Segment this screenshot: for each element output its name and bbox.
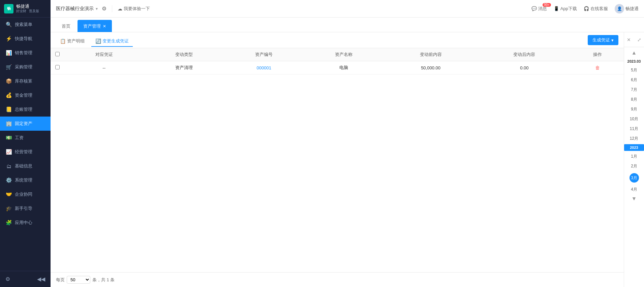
sidebar-item-工资[interactable]: 💵 工资 bbox=[0, 131, 51, 145]
month-item[interactable]: 4月 bbox=[624, 185, 644, 194]
col-操作: 操作 bbox=[571, 48, 624, 61]
company-settings-icon[interactable]: ⚙ bbox=[102, 5, 106, 12]
tab-资产管理[interactable]: 资产管理✕ bbox=[78, 20, 112, 32]
message-btn[interactable]: 💬 消息 99+ bbox=[531, 6, 547, 12]
generate-voucher-button[interactable]: 生成凭证 ▾ bbox=[588, 35, 618, 45]
nav-icon: 🔍 bbox=[5, 22, 12, 28]
generate-btn-area: 生成凭证 ▾ bbox=[588, 35, 618, 48]
select-all-checkbox[interactable] bbox=[55, 52, 60, 56]
col-资产名称: 资产名称 bbox=[304, 48, 384, 61]
month-item[interactable]: 9月 bbox=[624, 104, 644, 114]
row-checkbox[interactable] bbox=[55, 65, 60, 69]
month-item[interactable]: 7月 bbox=[624, 85, 644, 95]
sidebar-item-固定资产[interactable]: 🏢 固定资产 bbox=[0, 117, 51, 131]
sidebar-item-搜索菜单[interactable]: 🔍 搜索菜单 bbox=[0, 18, 51, 32]
month-item[interactable]: 10月 bbox=[624, 114, 644, 124]
sidebar-item-系统管理[interactable]: ⚙️ 系统管理 bbox=[0, 173, 51, 187]
month-item[interactable]: 5月 bbox=[624, 65, 644, 75]
message-badge: 99+ bbox=[543, 3, 551, 7]
nav-icon: 🤝 bbox=[5, 191, 12, 197]
sidebar-item-总账管理[interactable]: 📒 总账管理 bbox=[0, 102, 51, 117]
nav-icon: ⚡ bbox=[5, 36, 12, 42]
nav-icon: 📦 bbox=[5, 78, 12, 84]
month-item[interactable]: 11月 bbox=[624, 124, 644, 134]
sub-tab-资产明细[interactable]: 📋 资产明细 bbox=[56, 36, 89, 47]
month-item[interactable]: 1月 bbox=[624, 152, 644, 161]
nav-icon: 🗂 bbox=[5, 163, 12, 169]
month-item[interactable]: 8月 bbox=[624, 95, 644, 104]
logo-icon: 畅 bbox=[4, 4, 13, 13]
date-header[interactable]: 2023.03 bbox=[624, 57, 644, 65]
sub-tab-变更生成凭证[interactable]: 🔄 变更生成凭证 bbox=[91, 36, 133, 47]
table-header-row: 对应凭证变动类型资产编号资产名称变动前内容变动后内容操作 bbox=[51, 48, 624, 61]
change-type-cell: 资产清理 bbox=[144, 61, 224, 74]
company-name: 医疗器械行业演示 bbox=[56, 6, 94, 12]
select-all-cell bbox=[51, 48, 64, 61]
main-area: 医疗器械行业演示 ▾ ⚙ ☁ 我要体验一下 💬 消息 99+ 📱 App下载 🎧… bbox=[51, 0, 644, 287]
nav-label: 快捷导航 bbox=[15, 36, 32, 42]
experience-btn[interactable]: ☁ 我要体验一下 bbox=[118, 6, 150, 12]
sidebar-item-新手引导[interactable]: 🎓 新手引导 bbox=[0, 201, 51, 216]
topbar-right: 💬 消息 99+ 📱 App下载 🎧 在线客服 👤 畅捷通 bbox=[531, 4, 639, 13]
sidebar-item-资金管理[interactable]: 💰 资金管理 bbox=[0, 88, 51, 102]
message-icon: 💬 bbox=[531, 6, 537, 11]
timeline-down-arrow[interactable]: ▼ bbox=[630, 194, 638, 203]
sub-tabs: 📋 资产明细 🔄 变更生成凭证 生成凭证 ▾ bbox=[51, 32, 624, 48]
sidebar-item-销售管理[interactable]: 📊 销售管理 bbox=[0, 46, 51, 60]
user-menu[interactable]: 👤 畅捷通 bbox=[615, 4, 639, 13]
month-item[interactable]: 12月 bbox=[624, 134, 644, 144]
tab-首页[interactable]: 首页 bbox=[56, 20, 76, 32]
sub-tab-icon: 📋 bbox=[60, 38, 66, 44]
sidebar-item-库存核算[interactable]: 📦 库存核算 bbox=[0, 74, 51, 88]
sidebar-item-采购管理[interactable]: 🛒 采购管理 bbox=[0, 60, 51, 74]
sidebar-bottom: ⚙ ◀◀ bbox=[0, 271, 51, 287]
sidebar-item-快捷导航[interactable]: ⚡ 快捷导航 bbox=[0, 32, 51, 46]
nav-label: 系统管理 bbox=[15, 177, 32, 183]
col-变动后内容: 变动后内容 bbox=[478, 48, 571, 61]
online-service-btn[interactable]: 🎧 在线客服 bbox=[584, 6, 608, 12]
nav-label: 应用中心 bbox=[15, 220, 32, 226]
nav-icon: 💰 bbox=[5, 92, 12, 98]
month-item[interactable]: 2月 bbox=[624, 161, 644, 171]
timeline-up-arrow[interactable]: ▲ bbox=[630, 49, 638, 57]
row-checkbox-cell bbox=[51, 61, 64, 74]
nav-label: 企业协同 bbox=[15, 191, 32, 197]
month-item[interactable]: 6月 bbox=[624, 75, 644, 85]
active-month-item[interactable]: 3月 bbox=[624, 171, 644, 185]
nav-label: 总账管理 bbox=[15, 106, 32, 113]
logo-text: 畅捷通 好业财 普及版 bbox=[16, 4, 39, 14]
tab-close-icon[interactable]: ✕ bbox=[103, 24, 106, 29]
app-download-icon: 📱 bbox=[554, 6, 559, 11]
tabs-bar: 首页资产管理✕ bbox=[51, 18, 644, 32]
sub-tab-label: 变更生成凭证 bbox=[102, 38, 129, 44]
panel-close-icon[interactable]: ✕ bbox=[627, 37, 631, 42]
col-变动前内容: 变动前内容 bbox=[384, 48, 478, 61]
sidebar-item-应用中心[interactable]: 🧩 应用中心 bbox=[0, 216, 51, 230]
per-page-select[interactable]: 102050100 bbox=[67, 276, 90, 284]
settings-icon[interactable]: ⚙ bbox=[5, 276, 10, 282]
dropdown-arrow-icon: ▾ bbox=[96, 6, 98, 11]
page-content: 📋 资产明细 🔄 变更生成凭证 生成凭证 ▾ bbox=[51, 32, 644, 287]
panel-expand-icon[interactable]: ⤢ bbox=[637, 37, 641, 42]
app-download-btn[interactable]: 📱 App下载 bbox=[554, 6, 577, 12]
sidebar-item-企业协同[interactable]: 🤝 企业协同 bbox=[0, 187, 51, 201]
sidebar-item-基础信息[interactable]: 🗂 基础信息 bbox=[0, 159, 51, 173]
topbar: 医疗器械行业演示 ▾ ⚙ ☁ 我要体验一下 💬 消息 99+ 📱 App下载 🎧… bbox=[51, 0, 644, 18]
year-marker[interactable]: 2023 bbox=[624, 144, 644, 151]
nav-icon: 📈 bbox=[5, 149, 12, 155]
voucher-cell: -- bbox=[64, 61, 144, 74]
col-对应凭证: 对应凭证 bbox=[64, 48, 144, 61]
nav-label: 经营管理 bbox=[15, 149, 32, 155]
delete-icon[interactable]: 🗑 bbox=[595, 65, 600, 70]
action-cell: 🗑 bbox=[571, 61, 624, 74]
collapse-icon[interactable]: ◀◀ bbox=[37, 276, 45, 282]
company-selector[interactable]: 医疗器械行业演示 ▾ bbox=[56, 6, 98, 12]
total-info: 条，共 1 条 bbox=[92, 277, 115, 283]
sub-tab-icon: 🔄 bbox=[95, 38, 101, 44]
sidebar-item-经营管理[interactable]: 📈 经营管理 bbox=[0, 145, 51, 159]
nav-label: 资金管理 bbox=[15, 92, 32, 98]
nav-label: 固定资产 bbox=[15, 121, 32, 127]
asset-code-cell: 000001 bbox=[224, 61, 304, 74]
panel-header: ✕ ⤢ bbox=[624, 32, 644, 47]
topbar-divider bbox=[112, 5, 112, 12]
